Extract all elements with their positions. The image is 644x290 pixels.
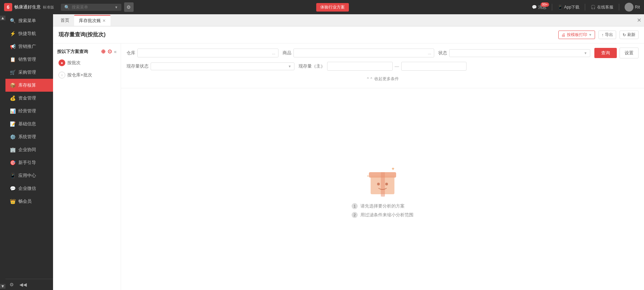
sidebar-item-member[interactable]: 👑 畅会员 (5, 195, 53, 208)
tab-bar: 首页 库存批次账 ✕ ✕ (53, 14, 644, 26)
sidebar-item-label: 应用中心 (18, 173, 36, 179)
sidebar-item-enterprise[interactable]: 🏢 企业协同 (5, 143, 53, 156)
sidebar-item-finance[interactable]: 💰 资金管理 (5, 92, 53, 105)
product-input[interactable]: ... (293, 49, 435, 57)
add-schema-button[interactable]: ⊕ (101, 48, 105, 55)
gear-button[interactable]: ⚙ (124, 2, 134, 12)
warehouse-label: 仓库 (126, 50, 135, 56)
current-qty-label: 现存量（主） (299, 63, 325, 69)
status-select[interactable]: ▼ (449, 49, 590, 57)
schema-item-warehouse-batch[interactable]: ○ 按仓库+批次 (53, 69, 121, 81)
query-button[interactable]: 查询 (594, 48, 617, 58)
sidebar-bottom: ⚙ ◀◀ (5, 279, 53, 290)
sidebar-item-label: 企业微信 (18, 185, 36, 192)
current-qty-from-input[interactable] (330, 64, 390, 69)
message-badge: 99+ (541, 2, 549, 7)
scroll-up-button[interactable]: ▲ (0, 16, 5, 20)
filter-row-2: 现存量状态 ▼ 现存量（主） (126, 62, 639, 71)
sidebar-item-basics[interactable]: 📝 基础信息 (5, 117, 53, 130)
refresh-button[interactable]: ↻ 刷新 (620, 31, 639, 39)
enterprise-icon: 🏢 (10, 147, 16, 153)
main-layout: ▲ ▼ 🔍 搜索菜单 ⚡ 快捷导航 📢 营销推广 📋 销售管理 🛒 采购管理 📦… (0, 14, 644, 290)
search-input[interactable] (72, 5, 113, 10)
sidebar-item-quick-nav[interactable]: ⚡ 快捷导航 (5, 27, 53, 40)
finance-icon: 💰 (10, 95, 16, 101)
schema-item-batch[interactable]: ● 按批次 (53, 57, 121, 69)
svg-point-4 (385, 183, 388, 185)
filter-actions: 查询 设置 (594, 48, 639, 58)
sales-icon: 📋 (10, 56, 16, 62)
online-service-label: 在线客服 (597, 4, 613, 10)
tab-close-all-button[interactable]: ✕ (637, 17, 641, 23)
collapse-more-btn[interactable]: ⌃⌃ 收起更多条件 (126, 74, 639, 84)
current-qty-to[interactable] (401, 62, 467, 71)
export-button[interactable]: ↑ 导出 (598, 31, 616, 39)
tab-home[interactable]: 首页 (56, 15, 74, 25)
print-template-button[interactable]: 🖨 按模板打印 ▼ (558, 31, 595, 39)
collapse-panel-button[interactable]: « (114, 49, 117, 54)
sidebar-item-corp-wechat[interactable]: 💬 企业微信 (5, 182, 53, 195)
sidebar-item-label: 新手引导 (18, 160, 36, 166)
user-item[interactable]: Rit (625, 3, 640, 12)
sidebar-item-label: 销售管理 (18, 56, 36, 62)
avatar (625, 3, 633, 12)
sidebar-item-marketing[interactable]: 📢 营销推广 (5, 40, 53, 53)
current-qty-from[interactable] (327, 62, 393, 71)
online-service-item[interactable]: 🎧 在线客服 (591, 4, 613, 10)
sidebar-item-operations[interactable]: 📊 经营管理 (5, 105, 53, 117)
user-name: Rit (635, 5, 640, 10)
sidebar-item-app-center[interactable]: 📱 应用中心 (5, 169, 53, 182)
warehouse-input[interactable]: ... (137, 49, 278, 57)
sidebar-scroll: ▲ ▼ (0, 14, 5, 290)
tab-close-button[interactable]: ✕ (102, 19, 106, 23)
app-center-icon: 📱 (10, 173, 16, 179)
tab-inventory-batch[interactable]: 库存批次账 ✕ (74, 15, 111, 26)
sidebar-item-sales[interactable]: 📋 销售管理 (5, 53, 53, 66)
schema-batch-label: 按批次 (67, 60, 81, 66)
print-template-label: 按模板打印 (567, 32, 587, 38)
search-bar[interactable]: 🔍 ▼ (61, 4, 121, 11)
current-qty-to-input[interactable] (404, 64, 464, 69)
version-badge: 标准版 (43, 5, 54, 10)
schema-warehouse-batch-icon: ○ (58, 72, 65, 78)
topbar-left: 6 畅康通好生意 标准版 🔍 ▼ ⚙ (4, 2, 134, 12)
sidebar-item-newbie[interactable]: 🎯 新手引导 (5, 156, 53, 169)
sidebar: 🔍 搜索菜单 ⚡ 快捷导航 📢 营销推广 📋 销售管理 🛒 采购管理 📦 库存核… (5, 14, 53, 290)
quick-nav-icon: ⚡ (10, 31, 16, 37)
inventory-status-label: 现存量状态 (126, 63, 149, 69)
empty-tip-2: 2 用过滤条件来缩小分析范围 (352, 212, 413, 218)
page-header: 现存量查询(按批次) 🖨 按模板打印 ▼ ↑ 导出 ↻ 刷新 (53, 26, 644, 43)
sidebar-item-search[interactable]: 🔍 搜索菜单 (5, 14, 53, 27)
schema-settings-button[interactable]: ⊙ (107, 48, 112, 55)
empty-svg: ✦ ✦ (364, 160, 401, 198)
inventory-status-dropdown-icon: ▼ (288, 65, 291, 68)
settings-button[interactable]: 设置 (620, 48, 639, 58)
topbar: 6 畅康通好生意 标准版 🔍 ▼ ⚙ 体验行业方案 💬 消息 99+ 📱 App… (0, 0, 644, 14)
inventory-status-select[interactable]: ▼ (151, 62, 294, 70)
status-dropdown-icon: ▼ (584, 51, 587, 55)
sidebar-item-purchase[interactable]: 🛒 采购管理 (5, 66, 53, 79)
product-more-dots: ... (428, 51, 431, 55)
filter-inventory-status: 现存量状态 ▼ (126, 62, 294, 70)
sidebar-item-label: 资金管理 (18, 95, 36, 101)
scroll-down-button[interactable]: ▼ (0, 284, 5, 289)
sidebar-item-inventory[interactable]: 📦 库存核算 (5, 79, 53, 92)
newbie-icon: 🎯 (10, 160, 16, 166)
purchase-icon: 🛒 (10, 69, 16, 75)
experience-button[interactable]: 体验行业方案 (316, 3, 349, 12)
empty-illustration: ✦ ✦ (364, 160, 401, 198)
headset-icon: 🎧 (591, 5, 596, 10)
gear-icon: ⚙ (126, 4, 131, 10)
app-download-item[interactable]: 📱 App下载 (558, 4, 579, 10)
sidebar-item-system[interactable]: ⚙️ 系统管理 (5, 130, 53, 143)
svg-point-3 (377, 183, 380, 185)
messages-item[interactable]: 💬 消息 99+ (532, 4, 546, 10)
query-layout: 按以下方案查询 ⊕ ⊙ « ● 按批次 ○ 按仓库+批次 (53, 43, 644, 290)
refresh-icon: ↻ (623, 33, 626, 37)
warehouse-more-dots: ... (272, 51, 275, 55)
collapse-icon[interactable]: ◀◀ (19, 282, 27, 287)
settings-icon[interactable]: ⚙ (10, 282, 14, 287)
refresh-label: 刷新 (627, 32, 635, 38)
page-content: 现存量查询(按批次) 🖨 按模板打印 ▼ ↑ 导出 ↻ 刷新 (53, 26, 644, 290)
sidebar-item-label: 快捷导航 (18, 31, 36, 37)
